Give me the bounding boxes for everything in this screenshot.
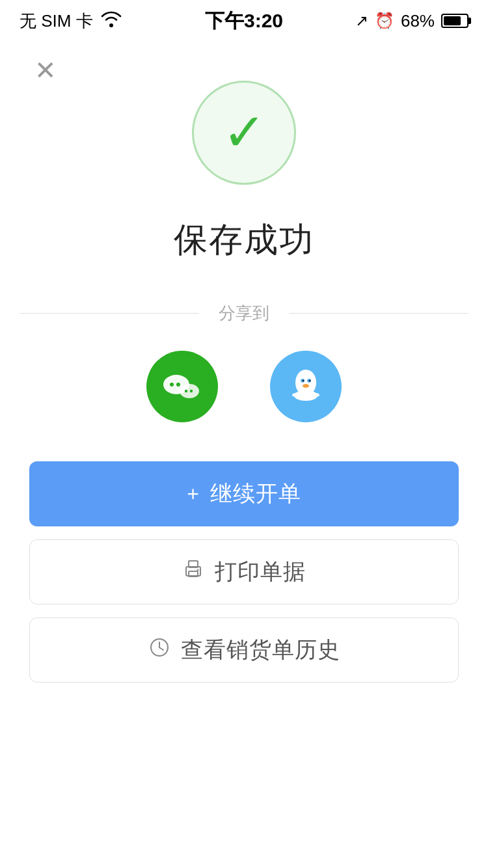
status-time: 下午3:20 <box>205 8 283 34</box>
svg-line-23 <box>159 647 163 650</box>
svg-point-4 <box>185 390 187 392</box>
battery-icon <box>441 14 468 28</box>
wifi-icon <box>100 10 123 32</box>
battery-pct: 68% <box>401 11 435 31</box>
svg-point-15 <box>292 393 299 397</box>
plus-icon: + <box>187 482 200 506</box>
no-sim-text: 无 SIM 卡 <box>20 10 93 33</box>
qq-icon <box>284 364 328 409</box>
success-circle: ✓ <box>192 81 296 185</box>
svg-point-16 <box>313 393 319 397</box>
continue-order-button[interactable]: + 继续开单 <box>29 461 459 526</box>
status-left: 无 SIM 卡 <box>20 10 123 33</box>
divider-line-left <box>20 313 199 314</box>
share-divider: 分享到 <box>0 302 488 325</box>
svg-point-3 <box>180 384 199 398</box>
checkmark-icon: ✓ <box>223 107 266 159</box>
status-bar: 无 SIM 卡 下午3:20 ↗ ⏰ 68% <box>0 0 488 42</box>
divider-line-right <box>289 313 468 314</box>
actions-section: + 继续开单 打印单据 查看销货单历史 <box>29 461 459 683</box>
svg-point-20 <box>197 569 199 571</box>
success-title: 保存成功 <box>174 217 314 263</box>
qq-share-button[interactable] <box>270 351 342 422</box>
svg-point-13 <box>303 384 309 388</box>
share-icons-row <box>146 351 342 422</box>
print-receipt-label: 打印单据 <box>215 557 306 587</box>
alarm-icon: ⏰ <box>375 12 394 30</box>
main-content: ✓ 保存成功 分享到 <box>0 42 488 868</box>
svg-point-12 <box>309 380 311 382</box>
view-history-button[interactable]: 查看销货单历史 <box>29 617 459 683</box>
printer-icon <box>182 558 204 586</box>
print-receipt-button[interactable]: 打印单据 <box>29 539 459 604</box>
wechat-icon <box>159 364 205 409</box>
svg-point-5 <box>190 390 193 392</box>
status-right: ↗ ⏰ 68% <box>355 11 468 31</box>
svg-point-1 <box>170 383 174 387</box>
share-section: 分享到 <box>0 302 488 422</box>
continue-order-label: 继续开单 <box>210 479 301 509</box>
location-icon: ↗ <box>355 12 368 30</box>
share-label: 分享到 <box>219 302 269 325</box>
history-icon <box>148 636 170 664</box>
svg-point-2 <box>176 383 180 387</box>
svg-point-11 <box>303 380 305 382</box>
wechat-share-button[interactable] <box>146 351 218 422</box>
view-history-label: 查看销货单历史 <box>181 635 340 665</box>
